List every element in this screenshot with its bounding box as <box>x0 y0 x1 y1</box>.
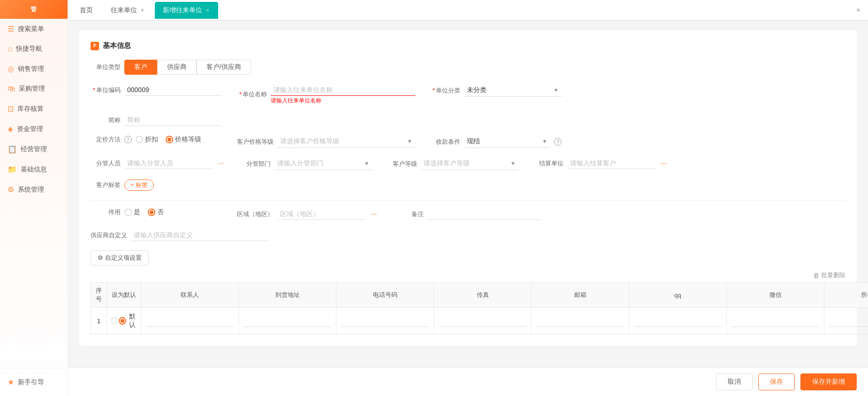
remark-input[interactable] <box>427 208 540 220</box>
pricing-discount-label: 折扣 <box>145 135 158 144</box>
disabled-no-option[interactable]: 否 <box>148 208 164 217</box>
unit-type-supplier-btn[interactable]: 供应商 <box>157 60 197 75</box>
sidebar-item-quick-nav[interactable]: ⌂ 快捷导航 <box>0 39 68 59</box>
unit-category-arrow: ▼ <box>553 87 559 93</box>
settlement-unit-dots-btn[interactable]: ··· <box>659 159 669 168</box>
unit-type-customer-btn[interactable]: 客户 <box>124 60 157 75</box>
sidebar-item-operations[interactable]: 📋 经营管理 <box>0 139 68 159</box>
pricing-discount-option[interactable]: 折扣 <box>136 135 158 144</box>
qq-input[interactable] <box>634 315 722 327</box>
contact-input[interactable] <box>146 315 234 327</box>
settlement-unit-input[interactable] <box>567 157 655 169</box>
batch-delete-button[interactable]: 🗑 批量删除 <box>813 271 845 280</box>
sidebar-item-label: 新手引导 <box>18 378 44 387</box>
manager-input[interactable] <box>124 157 212 169</box>
sidebar-item-label: 基础信息 <box>21 165 47 174</box>
sidebar-item-finance[interactable]: ◈ 资金管理 <box>0 119 68 139</box>
unit-name-field: 单位名称 请输入往来单位名称 <box>237 84 415 105</box>
col-contact: 联系人 <box>141 283 239 308</box>
sidebar-item-label: 销售管理 <box>18 65 44 73</box>
sidebar-search-label: 搜索菜单 <box>18 25 44 33</box>
unit-category-select[interactable]: 未分类 ▼ <box>464 84 562 97</box>
region-input[interactable] <box>277 208 365 220</box>
cell-region <box>824 308 868 334</box>
unit-name-container: 请输入往来单位名称 <box>271 84 415 105</box>
fax-input[interactable] <box>439 315 526 327</box>
col-qq: qq <box>629 283 727 308</box>
manager-dots-btn[interactable]: ··· <box>216 159 226 168</box>
unit-category-label: 单位分类 <box>430 86 460 95</box>
sidebar-item-system[interactable]: ⚙ 系统管理 <box>0 179 68 200</box>
tab-partner-list[interactable]: 往来单位 × <box>103 2 153 19</box>
pricing-level-option[interactable]: 价格等级 <box>166 135 201 144</box>
save-button[interactable]: 保存 <box>758 373 795 390</box>
unit-code-input[interactable] <box>124 84 222 96</box>
col-index: 序号 <box>91 283 107 308</box>
save-and-new-button[interactable]: 保存并新增 <box>800 373 857 390</box>
payment-terms-label: 收款条件 <box>430 138 460 146</box>
payment-terms-field: 收款条件 现结 ▼ ? <box>430 135 562 148</box>
customer-level-select[interactable]: 请选择客户等级 ▼ <box>421 157 518 170</box>
pricing-method-label: 定价方法 <box>91 135 121 144</box>
address-input[interactable] <box>244 315 331 327</box>
short-name-input[interactable] <box>124 114 222 126</box>
region-table-input[interactable] <box>829 315 868 327</box>
add-tag-button[interactable]: + 标签 <box>124 179 154 191</box>
finance-icon: ◈ <box>8 124 13 133</box>
region-field: 区域（地区） ··· <box>237 208 379 220</box>
payment-terms-help-icon[interactable]: ? <box>554 138 562 146</box>
tab-partner-list-close[interactable]: × <box>140 6 145 15</box>
section-title-text: 基本信息 <box>103 41 131 50</box>
guide-icon: ★ <box>8 378 14 387</box>
row-checkbox[interactable] <box>112 318 117 324</box>
sidebar-item-purchase[interactable]: 🛍 采购管理 <box>0 79 68 99</box>
short-name-label: 简称 <box>91 116 121 124</box>
sidebar-item-basic-info[interactable]: 📁 基础信息 <box>0 159 68 179</box>
wechat-input[interactable] <box>731 315 819 327</box>
phone-input[interactable] <box>341 315 429 327</box>
customer-tag-row: 客户标签 + 标签 <box>91 179 845 191</box>
row-default-radio[interactable]: 默认 <box>119 312 136 329</box>
sidebar-item-inventory[interactable]: ⊡ 库存核算 <box>0 99 68 119</box>
customer-price-level-placeholder: 请选择客户价格等级 <box>280 137 407 146</box>
tab-new-partner-close[interactable]: × <box>205 6 210 15</box>
close-all-tabs-button[interactable]: × <box>853 4 864 16</box>
customer-level-field: 客户等级 请选择客户等级 ▼ <box>387 157 518 170</box>
sidebar-item-sales[interactable]: ◎ 销售管理 <box>0 59 68 79</box>
sidebar-item-search[interactable]: ☰ 搜索菜单 <box>0 19 68 39</box>
pricing-help-icon[interactable]: ? <box>124 136 132 143</box>
department-select[interactable]: 请输入分管部门 ▼ <box>274 157 372 170</box>
inventory-icon: ⊡ <box>8 104 14 113</box>
disabled-field: 停用 是 否 <box>91 208 222 217</box>
department-label: 分管部门 <box>241 160 271 168</box>
supplier-custom-row: 供应商自定义 <box>91 229 845 241</box>
tab-new-partner[interactable]: 新增往来单位 × <box>155 2 218 19</box>
disabled-yes-label: 是 <box>134 208 140 217</box>
tab-partner-list-label: 往来单位 <box>111 6 137 15</box>
customer-price-level-arrow: ▼ <box>407 138 412 145</box>
disabled-yes-option[interactable]: 是 <box>124 208 140 217</box>
cell-qq <box>629 308 727 334</box>
payment-terms-select[interactable]: 现结 ▼ <box>464 135 550 148</box>
customer-price-level-select[interactable]: 请选择客户价格等级 ▼ <box>277 135 415 148</box>
customer-price-level-label: 客户价格等级 <box>237 138 274 146</box>
col-phone: 电话号码 <box>336 283 434 308</box>
custom-settings-button[interactable]: ⚙ 自定义项设置 <box>91 250 149 265</box>
cancel-button[interactable]: 取消 <box>716 373 753 390</box>
sidebar: 管 ☰ 搜索菜单 ⌂ 快捷导航 ◎ 销售管理 🛍 采购管理 ⊡ 库存核算 ◈ 资… <box>0 0 68 396</box>
unit-category-field: 单位分类 未分类 ▼ <box>430 84 562 97</box>
manager-field: 分管人员 ··· <box>91 157 226 169</box>
supplier-custom-input[interactable] <box>131 229 269 241</box>
cell-phone <box>336 308 434 334</box>
region-dots-btn[interactable]: ··· <box>369 210 379 218</box>
unit-type-both-btn[interactable]: 客户/供应商 <box>197 60 251 75</box>
email-input[interactable] <box>536 315 624 327</box>
pricing-level-radio <box>166 136 173 143</box>
tab-home[interactable]: 首页 <box>72 2 101 19</box>
operations-icon: 📋 <box>8 145 17 154</box>
unit-name-input[interactable] <box>271 84 415 96</box>
disabled-radio-group: 是 否 <box>124 208 164 217</box>
manager-row: 分管人员 ··· 分管部门 请输入分管部门 ▼ 客户等级 <box>91 157 845 170</box>
table-header-row: 序号 设为默认 联系人 到货地址 电话号码 传真 邮箱 qq 微信 所在地区 操… <box>91 283 868 308</box>
sidebar-item-guide[interactable]: ★ 新手引导 <box>0 372 68 392</box>
